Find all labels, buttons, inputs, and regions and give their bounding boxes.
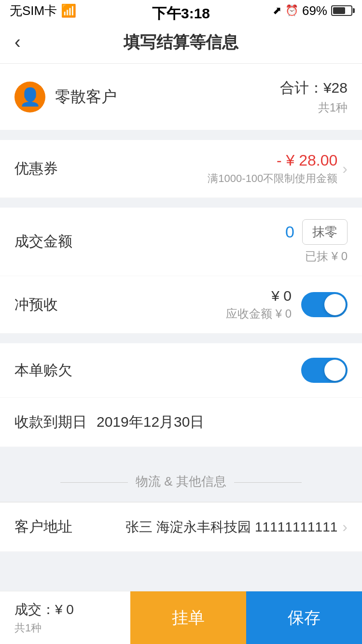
no-sim-text: 无SIM卡	[10, 2, 57, 19]
status-time: 下午3:18	[152, 4, 210, 24]
content-area: 👤 零散客户 合计：¥28 共1种 优惠券 - ¥ 28.00 满1000-10…	[0, 64, 362, 610]
logistics-header: 物流 & 其他信息	[0, 462, 362, 502]
prereceive-amount: ¥ 0	[226, 288, 292, 304]
amount-input[interactable]	[256, 223, 294, 241]
due-date-value: 2019年12月30日	[97, 412, 204, 432]
prereceive-right: ¥ 0 应收金额 ¥ 0	[226, 288, 348, 322]
due-date-row[interactable]: 收款到期日 2019年12月30日	[0, 398, 362, 447]
prereceive-toggle[interactable]	[301, 292, 348, 317]
coupon-desc: 满1000-100不限制使用金额	[208, 171, 337, 186]
coupon-label: 优惠券	[14, 159, 58, 179]
logistics-header-text: 物流 & 其他信息	[53, 473, 309, 490]
battery-percent: 69%	[302, 3, 327, 18]
back-button[interactable]: ‹	[14, 32, 21, 53]
customer-left: 👤 零散客户	[14, 82, 117, 112]
total-count: 共1种	[280, 100, 348, 115]
address-label: 客户地址	[14, 517, 72, 537]
total-price: 合计：¥28	[280, 78, 348, 98]
bottom-deal-count: 共1种	[14, 621, 116, 635]
customer-name: 零散客户	[55, 86, 117, 108]
section-divider-3	[0, 334, 362, 343]
status-right: ⬈ ⏰ 69%	[273, 3, 352, 18]
avatar-icon: 👤	[19, 87, 41, 107]
debt-toggle[interactable]	[301, 358, 348, 383]
prereceive-value-col: ¥ 0 应收金额 ¥ 0	[226, 288, 292, 322]
chevron-right-icon: ›	[342, 160, 348, 178]
alarm-icon: ⏰	[285, 4, 298, 17]
debt-label: 本单赊欠	[14, 361, 72, 380]
already-rounded-text: 已抹 ¥ 0	[305, 249, 348, 264]
amount-section: 成交金额 抹零 已抹 ¥ 0	[0, 208, 362, 276]
due-date-label: 收款到期日	[14, 412, 87, 432]
bottom-info: 成交：¥ 0 共1种	[0, 601, 130, 635]
bottom-bar: 成交：¥ 0 共1种 挂单 保存	[0, 591, 362, 644]
avatar: 👤	[14, 82, 45, 112]
coupon-amount: - ¥ 28.00	[208, 152, 337, 169]
page-title: 填写结算等信息	[124, 31, 238, 54]
debt-row: 本单赊欠	[0, 343, 362, 398]
save-button[interactable]: 保存	[246, 591, 362, 644]
wifi-icon: 📶	[61, 3, 76, 18]
address-chevron-icon: ›	[342, 518, 348, 536]
prereceive-sub: 应收金额 ¥ 0	[226, 306, 292, 322]
coupon-value-col: - ¥ 28.00 满1000-100不限制使用金额	[208, 152, 337, 186]
customer-row: 👤 零散客户 合计：¥28 共1种	[0, 64, 362, 130]
status-bar: 无SIM卡 📶 下午3:18 ⬈ ⏰ 69%	[0, 0, 362, 21]
section-divider-4	[0, 447, 362, 462]
coupon-row[interactable]: 优惠券 - ¥ 28.00 满1000-100不限制使用金额 ›	[0, 140, 362, 198]
hold-button[interactable]: 挂单	[130, 591, 246, 644]
bottom-deal-amount: 成交：¥ 0	[14, 601, 116, 619]
status-left: 无SIM卡 📶	[10, 2, 76, 19]
amount-input-wrap: 抹零	[256, 219, 348, 245]
nav-bar: ‹ 填写结算等信息	[0, 21, 362, 64]
battery-icon	[331, 5, 352, 16]
toggle-knob	[324, 294, 346, 315]
transaction-amount-label: 成交金额	[14, 232, 72, 252]
prereceive-label: 冲预收	[14, 295, 58, 315]
section-divider-1	[0, 130, 362, 140]
customer-right: 合计：¥28 共1种	[280, 78, 348, 115]
address-row[interactable]: 客户地址 张三 海淀永丰科技园 11111111111 ›	[0, 503, 362, 552]
prereceive-row: 冲预收 ¥ 0 应收金额 ¥ 0	[0, 276, 362, 334]
address-value: 张三 海淀永丰科技园 11111111111	[82, 518, 337, 536]
location-icon: ⬈	[273, 4, 281, 17]
section-divider-2	[0, 198, 362, 208]
round-zero-button[interactable]: 抹零	[302, 219, 348, 245]
coupon-right: - ¥ 28.00 满1000-100不限制使用金额 ›	[208, 152, 348, 186]
transaction-amount-row: 成交金额 抹零 已抹 ¥ 0	[0, 208, 362, 276]
debt-toggle-knob	[324, 360, 346, 381]
